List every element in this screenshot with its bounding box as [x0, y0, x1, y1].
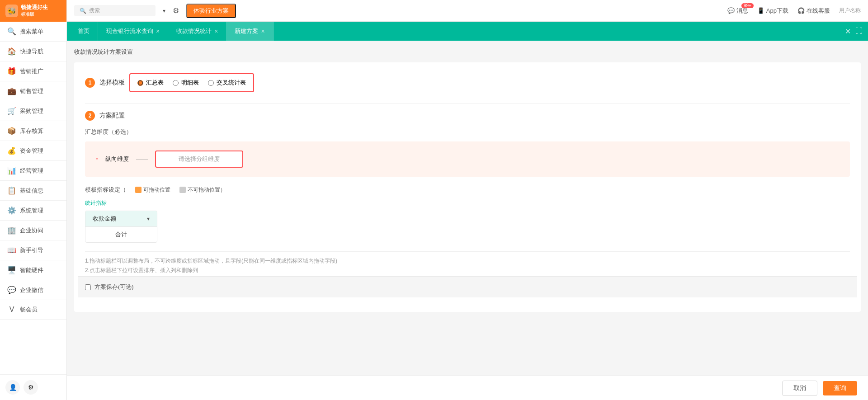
tab-expand-icon[interactable]: ⛶ [855, 27, 863, 35]
section-template: 1 选择模板 汇总表 明细表 [85, 73, 850, 92]
tab-close-bank-flow[interactable]: × [156, 28, 160, 34]
radio-detail[interactable]: 明细表 [173, 79, 199, 87]
search-icon: 🔍 [80, 8, 86, 14]
home-icon: 🏠 [7, 47, 16, 56]
sidebar-item-search-menu[interactable]: 🔍 搜索菜单 [0, 22, 66, 42]
gear-icon: ⚙️ [7, 206, 16, 215]
user-name[interactable]: 用户名称 [839, 7, 861, 14]
sidebar-settings[interactable]: ⚙ [24, 380, 38, 395]
service-icon: 🎧 [797, 7, 805, 14]
enterprise-icon: 🏢 [7, 226, 16, 235]
sidebar-item-enterprise[interactable]: 🏢 企业协同 [0, 221, 66, 240]
tab-close-icon[interactable]: ✕ [845, 27, 851, 36]
dimension-selector[interactable]: 请选择分组维度 [155, 151, 243, 168]
sales-icon: 💼 [7, 87, 16, 95]
query-button[interactable]: 查询 [823, 381, 857, 395]
operations-icon: 📊 [7, 166, 16, 175]
radio-cross[interactable]: 交叉统计表 [208, 79, 246, 87]
sidebar-bottom: 👤 ⚙ [0, 374, 66, 400]
sidebar-avatar[interactable]: 👤 [5, 380, 20, 395]
movable-tag: 可拖动位置 [135, 186, 170, 194]
main-area: 🔍 搜索 ▾ ⚙ 体验行业方案 💬 消息 99+ 📱 App下载 🎧 在线客服 … [67, 0, 868, 400]
dimension-area: * 纵向维度 —— 请选择分组维度 [85, 141, 850, 177]
message-icon: 💬 [727, 7, 735, 14]
sidebar-item-basic-info[interactable]: 📋 基础信息 [0, 181, 66, 201]
movable-dot [135, 187, 142, 193]
member-icon: V [7, 306, 16, 314]
tab-home[interactable]: 首页 [67, 22, 98, 41]
download-icon: 📱 [757, 7, 764, 14]
service-button[interactable]: 🎧 在线客服 [797, 7, 830, 15]
inventory-icon: 📦 [7, 127, 16, 135]
sidebar-item-marketing[interactable]: 🎁 营销推广 [0, 61, 66, 81]
section2-number: 2 [85, 111, 95, 121]
section1-number: 1 [85, 78, 95, 88]
tips-section: 1.拖动标题栏可以调整布局，不可跨维度或指标区域拖动，且字段(只能在同一维度或指… [85, 251, 850, 274]
sidebar-item-finance[interactable]: 💰 资金管理 [0, 141, 66, 161]
topbar-right: 💬 消息 99+ 📱 App下载 🎧 在线客服 用户名称 [727, 7, 861, 15]
tab-close-receipt-stats[interactable]: × [214, 28, 218, 34]
info-icon: 📋 [7, 186, 16, 195]
section1-title: 选择模板 [99, 79, 125, 87]
app-download-button[interactable]: 📱 App下载 [757, 7, 788, 15]
section-config: 2 方案配置 汇总维度（必选） * 纵向维度 —— 请选择分组维度 模板指标设定… [85, 111, 850, 297]
footer: 取消 查询 [67, 376, 868, 400]
radio-summary[interactable]: 汇总表 [137, 79, 164, 87]
sidebar-item-hardware[interactable]: 🖥️ 智能硬件 [0, 260, 66, 280]
cancel-button[interactable]: 取消 [782, 381, 817, 396]
save-checkbox[interactable] [85, 284, 91, 290]
sidebar-item-wechat[interactable]: 💬 企业微信 [0, 280, 66, 300]
search-icon: 🔍 [7, 27, 16, 36]
section1-header: 1 选择模板 汇总表 明细表 [85, 73, 850, 92]
topbar: 🔍 搜索 ▾ ⚙ 体验行业方案 💬 消息 99+ 📱 App下载 🎧 在线客服 … [67, 0, 868, 22]
message-button[interactable]: 💬 消息 99+ [727, 7, 748, 15]
tab-bank-flow[interactable]: 现金银行流水查询 × [98, 22, 168, 41]
dimension-config-label: 汇总维度（必选） [85, 128, 850, 136]
stat-indicator-label: 统计指标 [85, 199, 850, 207]
sidebar-item-inventory[interactable]: 📦 库存核算 [0, 121, 66, 141]
template-radio-group: 汇总表 明细表 交叉统计表 [137, 79, 246, 87]
unmovable-tag: 不可拖动位置） [179, 186, 226, 194]
topbar-gear-icon[interactable]: ⚙ [173, 6, 179, 15]
sidebar-item-system[interactable]: ⚙️ 系统管理 [0, 201, 66, 221]
metrics-header[interactable]: 收款金额 ▾ [85, 211, 157, 227]
unmovable-dot [179, 187, 186, 193]
logo-text: 畅捷通好生 标准版 [21, 4, 48, 18]
finance-icon: 💰 [7, 146, 16, 155]
purchase-icon: 🛒 [7, 107, 16, 115]
wechat-icon: 💬 [7, 286, 16, 294]
section-divider [85, 103, 850, 104]
save-option: 方案保存(可选) [78, 276, 857, 297]
trial-button[interactable]: 体验行业方案 [186, 4, 236, 18]
hardware-icon: 🖥️ [7, 266, 16, 274]
tab-receipt-stats[interactable]: 收款情况统计 × [168, 22, 226, 41]
dimension-row: * 纵向维度 —— 请选择分组维度 [96, 151, 839, 168]
dimension-required-mark: * [96, 156, 98, 163]
sidebar-item-operations[interactable]: 📊 经营管理 [0, 161, 66, 181]
sidebar-item-member[interactable]: V 畅会员 [0, 300, 66, 320]
search-bar[interactable]: 🔍 搜索 [74, 5, 156, 16]
sidebar-logo: 🐝 畅捷通好生 标准版 [0, 0, 66, 22]
tab-new-plan[interactable]: 新建方案 × [226, 22, 273, 41]
sidebar-item-sales[interactable]: 💼 销售管理 [0, 81, 66, 101]
save-label: 方案保存(可选) [94, 283, 134, 291]
tip-2: 2.点击标题栏下拉可设置排序、插入列和删除列 [85, 267, 850, 274]
metrics-table: 收款金额 ▾ 合计 [85, 211, 157, 243]
metrics-header-dropdown-icon[interactable]: ▾ [147, 216, 150, 222]
section2-header: 2 方案配置 [85, 111, 850, 121]
sidebar-item-quick-nav[interactable]: 🏠 快捷导航 [0, 42, 66, 61]
sidebar-item-guide[interactable]: 📖 新手引导 [0, 240, 66, 260]
logo-icon: 🐝 [5, 5, 18, 17]
tab-close-new-plan[interactable]: × [261, 28, 264, 34]
tabbar-right: ✕ ⛶ [840, 22, 868, 41]
vertical-dimension-label: 纵向维度 [105, 155, 129, 163]
gift-icon: 🎁 [7, 67, 16, 75]
topbar-dropdown[interactable]: ▾ [163, 8, 165, 14]
tabbar: 首页 现金银行流水查询 × 收款情况统计 × 新建方案 × ✕ ⛶ [67, 22, 868, 41]
content-area: 收款情况统计方案设置 1 选择模板 汇总表 [67, 41, 868, 376]
sidebar-item-purchase[interactable]: 🛒 采购管理 [0, 101, 66, 121]
metrics-label: 模板指标设定（ 可拖动位置 不可拖动位置） [85, 186, 850, 194]
tip-1: 1.拖动标题栏可以调整布局，不可跨维度或指标区域拖动，且字段(只能在同一维度或指… [85, 257, 850, 265]
sidebar: 🐝 畅捷通好生 标准版 🔍 搜索菜单 🏠 快捷导航 🎁 营销推广 💼 销售管理 … [0, 0, 67, 400]
dimension-arrow: —— [136, 156, 148, 163]
